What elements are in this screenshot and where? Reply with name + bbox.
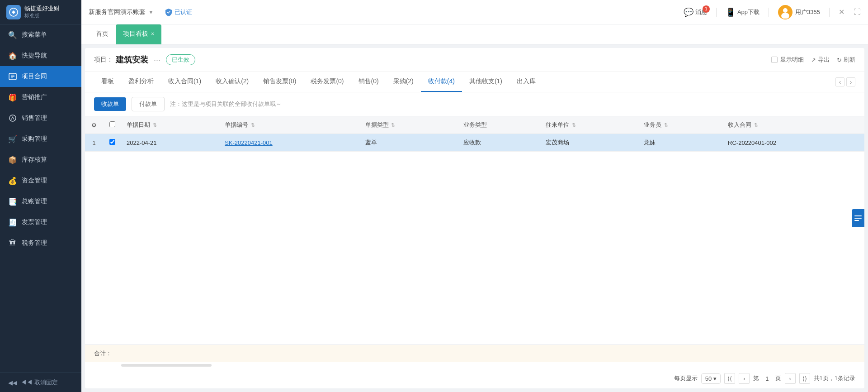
sort-icon: ⇅ bbox=[754, 122, 758, 128]
gift-icon: 🎁 bbox=[8, 93, 17, 102]
tab-home-label: 首页 bbox=[96, 30, 108, 38]
divider bbox=[829, 8, 830, 17]
last-page-button[interactable]: ⟩⟩ bbox=[799, 373, 810, 384]
th-salesman[interactable]: 业务员 ⇅ bbox=[638, 116, 722, 134]
sub-tab-label: 税务发票(0) bbox=[311, 77, 344, 85]
certified-badge: 已认证 bbox=[165, 8, 192, 16]
sub-tab-inout[interactable]: 出入库 bbox=[509, 72, 543, 92]
row-checkbox[interactable] bbox=[109, 139, 115, 145]
first-page-button[interactable]: ⟨⟨ bbox=[724, 373, 735, 384]
sidebar-item-tax[interactable]: 🏛 税务管理 bbox=[0, 233, 81, 253]
sidebar-item-label: 库存核算 bbox=[22, 156, 47, 164]
tab-project-board[interactable]: 项目看板 × bbox=[116, 24, 161, 44]
sub-tab-sales-invoice[interactable]: 销售发票(0) bbox=[256, 72, 303, 92]
sidebar-item-inventory[interactable]: 📦 库存核算 bbox=[0, 149, 81, 170]
svg-point-7 bbox=[783, 8, 788, 13]
more-options-button[interactable]: ··· bbox=[154, 55, 160, 65]
th-biz-type: 业务类型 bbox=[458, 116, 540, 134]
sub-tab-income-confirm[interactable]: 收入确认(2) bbox=[208, 72, 256, 92]
expand-window-button[interactable]: ⛶ bbox=[854, 8, 861, 16]
export-button[interactable]: ↗ 导出 bbox=[811, 56, 830, 64]
th-date[interactable]: 单据日期 ⇅ bbox=[121, 116, 219, 134]
sidebar-item-project[interactable]: 项目合同 bbox=[0, 66, 81, 87]
table-row[interactable]: 1 2022-04-21 SK-20220421-001 蓝单 应收款 宏茂商场 bbox=[85, 134, 864, 152]
sub-tab-label: 看板 bbox=[101, 77, 114, 85]
message-action[interactable]: 💬 消息 1 bbox=[684, 7, 707, 17]
sub-tab-label: 收入合同(1) bbox=[168, 77, 201, 85]
tabs-row: 首页 项目看板 × bbox=[81, 24, 868, 44]
topbar-left: 新服务官网演示账套 ▼ 已认证 bbox=[89, 8, 684, 16]
tab-close-icon[interactable]: × bbox=[151, 31, 154, 37]
th-salesman-label: 业务员 bbox=[644, 121, 661, 128]
sub-tab-tax-invoice[interactable]: 税务发票(0) bbox=[303, 72, 351, 92]
show-detail-checkbox[interactable]: 显示明细 bbox=[771, 56, 804, 64]
sub-tab-income-contract[interactable]: 收入合同(1) bbox=[161, 72, 208, 92]
th-type[interactable]: 单据类型 ⇅ bbox=[360, 116, 458, 134]
select-all-checkbox[interactable] bbox=[109, 121, 115, 127]
refresh-button[interactable]: ↻ 刷新 bbox=[837, 56, 855, 64]
logo-sub: 标准版 bbox=[24, 12, 60, 19]
content: 项目： 建筑安装 ··· 已生效 显示明细 ↗ 导出 ↻ 刷新 bbox=[85, 48, 864, 388]
sub-tab-label: 盈利分析 bbox=[128, 77, 154, 85]
sort-icon: ⇅ bbox=[572, 122, 576, 128]
sidebar-item-invoice[interactable]: 🧾 发票管理 bbox=[0, 212, 81, 233]
th-number[interactable]: 单据编号 ⇅ bbox=[219, 116, 359, 134]
topbar-right: 💬 消息 1 📱 App下载 用户3355 bbox=[684, 5, 861, 19]
close-window-button[interactable]: ✕ bbox=[839, 8, 844, 16]
th-biz-type-label: 业务类型 bbox=[463, 121, 487, 128]
sidebar-item-purchase[interactable]: 🛒 采购管理 bbox=[0, 129, 81, 149]
table-header-row: ⚙ 单据日期 ⇅ 单据编号 ⇅ bbox=[85, 116, 864, 134]
td-checkbox[interactable] bbox=[103, 134, 121, 152]
receipt-btn[interactable]: 收款单 bbox=[94, 97, 126, 111]
sidebar-item-label: 税务管理 bbox=[22, 239, 47, 247]
expand-icon: ⛶ bbox=[854, 8, 861, 16]
user-action[interactable]: 用户3355 bbox=[778, 5, 820, 19]
close-icon: ✕ bbox=[839, 8, 844, 16]
home-icon: 🏠 bbox=[8, 51, 17, 60]
next-page-button[interactable]: › bbox=[785, 373, 796, 384]
sidebar-item-capital[interactable]: 💰 资金管理 bbox=[0, 170, 81, 191]
th-partner[interactable]: 往来单位 ⇅ bbox=[540, 116, 638, 134]
th-settings[interactable]: ⚙ bbox=[85, 116, 103, 134]
sidebar-item-marketing[interactable]: 🎁 营销推广 bbox=[0, 87, 81, 108]
logo-icon bbox=[6, 5, 21, 19]
sub-tab-sales[interactable]: 销售(0) bbox=[351, 72, 386, 92]
payment-btn[interactable]: 付款单 bbox=[132, 97, 165, 111]
th-type-label: 单据类型 bbox=[365, 121, 389, 128]
td-contract: RC-20220401-002 bbox=[722, 134, 864, 152]
sales-icon bbox=[8, 114, 17, 123]
filter-row: 收款单 付款单 注：这里是与项目关联的全部收付款单哦～ bbox=[85, 92, 864, 116]
th-contract-label: 收入合同 bbox=[728, 121, 751, 128]
per-page-select[interactable]: 50 ▾ bbox=[701, 373, 721, 384]
prev-page-button[interactable]: ‹ bbox=[739, 373, 750, 384]
nav-prev-icon[interactable]: ‹ bbox=[835, 77, 844, 86]
td-biz-type: 应收款 bbox=[458, 134, 540, 152]
export-label: 导出 bbox=[818, 56, 830, 64]
nav-next-icon[interactable]: › bbox=[846, 77, 855, 86]
sub-tab-other[interactable]: 其他收支(1) bbox=[462, 72, 509, 92]
main: 新服务官网演示账套 ▼ 已认证 💬 消息 1 📱 App下载 bbox=[81, 0, 868, 392]
sidebar-item-search[interactable]: 🔍 搜索菜单 bbox=[0, 24, 81, 45]
sidebar-item-ledger[interactable]: 📑 总账管理 bbox=[0, 191, 81, 212]
td-number[interactable]: SK-20220421-001 bbox=[219, 134, 359, 152]
unpin-icon: ◀◀ bbox=[8, 379, 17, 386]
sidebar-unpin[interactable]: ◀◀ ◀◀ 取消固定 bbox=[0, 373, 81, 392]
sub-tab-kanban[interactable]: 看板 bbox=[94, 72, 121, 92]
sidebar-item-label: 总账管理 bbox=[22, 197, 47, 206]
app-download-action[interactable]: 📱 App下载 bbox=[726, 7, 760, 17]
table-container: ⚙ 单据日期 ⇅ 单据编号 ⇅ bbox=[85, 116, 864, 344]
tab-home[interactable]: 首页 bbox=[89, 24, 116, 44]
th-contract[interactable]: 收入合同 ⇅ bbox=[722, 116, 864, 134]
sidebar-item-sales[interactable]: 销售管理 bbox=[0, 108, 81, 129]
sidebar-item-shortcut[interactable]: 🏠 快捷导航 bbox=[0, 45, 81, 66]
account-selector[interactable]: 新服务官网演示账套 ▼ bbox=[89, 8, 154, 16]
sub-tab-purchase[interactable]: 采购(2) bbox=[386, 72, 421, 92]
checkbox-icon bbox=[771, 57, 778, 63]
sub-tab-receipt[interactable]: 收付款(4) bbox=[421, 72, 462, 92]
sub-tab-profit[interactable]: 盈利分析 bbox=[121, 72, 161, 92]
document-number-link[interactable]: SK-20220421-001 bbox=[225, 139, 273, 146]
logo-name: 畅捷通好业财 bbox=[24, 5, 60, 13]
horizontal-scrollbar[interactable] bbox=[121, 364, 212, 367]
float-side-panel-button[interactable] bbox=[852, 209, 864, 227]
app-download-label: App下载 bbox=[737, 8, 760, 16]
